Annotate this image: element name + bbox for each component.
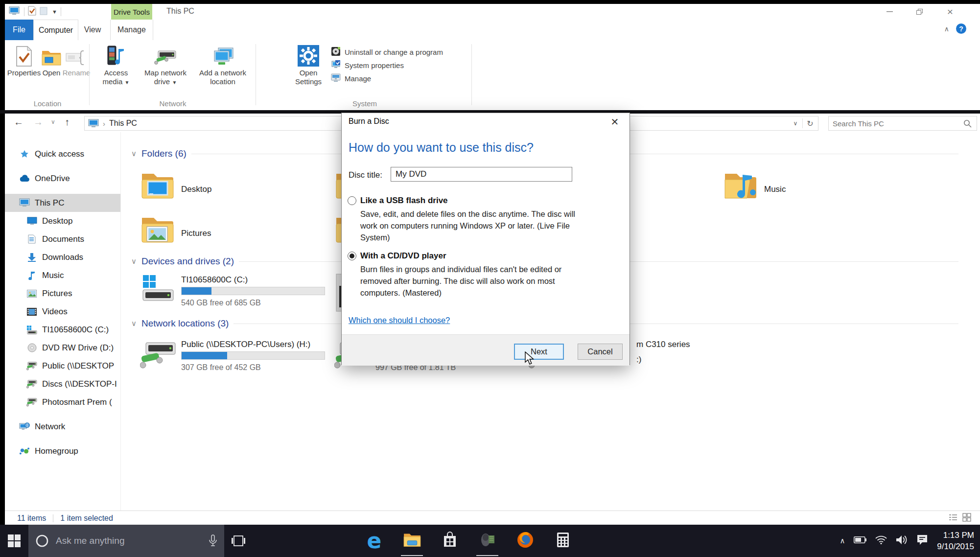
open-button[interactable]: Open — [40, 44, 63, 77]
music-folder-icon — [723, 170, 758, 202]
which-one-link[interactable]: Which one should I choose? — [349, 316, 450, 325]
collapse-chevron-icon[interactable]: ∨ — [131, 257, 137, 266]
next-button[interactable]: Next — [514, 344, 564, 360]
search-icon[interactable] — [963, 119, 972, 128]
start-button[interactable] — [0, 525, 28, 557]
taskbar-app-button[interactable] — [468, 525, 506, 557]
collapse-chevron-icon[interactable]: ∨ — [131, 149, 137, 158]
wifi-icon[interactable] — [875, 535, 887, 546]
properties-button[interactable]: Properties — [9, 44, 39, 77]
taskbar-edge-button[interactable]: e — [355, 525, 393, 557]
search-input[interactable] — [829, 119, 963, 128]
map-network-drive-button[interactable]: Map network drive ▼ — [138, 44, 193, 87]
tab-manage[interactable]: Manage — [110, 20, 153, 40]
breadcrumb[interactable]: This PC — [109, 119, 137, 128]
radio-cd-label[interactable]: With a CD/DVD player — [360, 251, 446, 261]
sidebar-item-discs-share[interactable]: Discs (\\DESKTOP-I — [5, 375, 120, 393]
ribbon-corner-controls: ∧ ? — [944, 23, 966, 34]
collapse-chevron-icon[interactable]: ∨ — [131, 319, 137, 328]
cancel-button[interactable]: Cancel — [578, 344, 623, 360]
rename-button[interactable]: Rename — [64, 44, 89, 77]
large-icons-view-icon[interactable] — [962, 513, 971, 524]
sidebar-item-pictures[interactable]: Pictures — [5, 284, 120, 302]
recent-locations-arrow[interactable]: ∨ — [51, 118, 55, 125]
radio-cd-dvd-player[interactable] — [348, 252, 356, 260]
tile-capacity: 307 GB free of 452 GB — [181, 363, 261, 372]
taskbar-store-button[interactable] — [431, 525, 468, 557]
pictures-icon — [26, 289, 38, 299]
sidebar-item-quick-access[interactable]: Quick access — [5, 145, 120, 163]
microphone-icon[interactable] — [209, 534, 217, 547]
context-tab-drive-tools[interactable]: Drive Tools — [111, 4, 152, 20]
sidebar-item-videos[interactable]: Videos — [5, 302, 120, 321]
tab-view[interactable]: View — [77, 20, 108, 40]
tab-computer[interactable]: Computer — [33, 20, 78, 41]
dialog-footer: Next Cancel — [342, 334, 630, 366]
qat-new-folder-icon[interactable] — [40, 6, 48, 17]
up-button[interactable]: ↑ — [65, 116, 70, 128]
sidebar-item-public-share[interactable]: Public (\\DESKTOP — [5, 357, 120, 375]
qat-customize-arrow-icon[interactable]: ▼ — [52, 9, 57, 15]
sidebar-item-downloads[interactable]: Downloads — [5, 248, 120, 266]
sidebar-label: Downloads — [42, 253, 83, 262]
address-dropdown-icon[interactable]: ∨ — [789, 120, 802, 127]
folder-tile-desktop[interactable]: Desktop — [140, 169, 328, 211]
network-drive-icon — [140, 338, 177, 372]
action-center-icon[interactable] — [916, 534, 928, 548]
drive-tile-c[interactable]: TI10658600C (C:) 540 GB free of 685 GB — [140, 272, 328, 314]
radio-usb-label[interactable]: Like a USB flash drive — [360, 196, 448, 206]
task-view-button[interactable] — [224, 525, 253, 557]
sidebar-item-music[interactable]: Music — [5, 266, 120, 284]
tray-expand-chevron-icon[interactable]: ∧ — [840, 536, 845, 545]
search-box[interactable] — [828, 116, 977, 131]
restore-button[interactable] — [905, 4, 935, 20]
sidebar-item-network[interactable]: Network — [5, 418, 120, 436]
uninstall-program-button[interactable]: Uninstall or change a program — [331, 46, 443, 58]
folder-tile-pictures[interactable]: Pictures — [140, 213, 328, 255]
back-button[interactable]: ← — [14, 116, 23, 128]
disc-title-input[interactable] — [391, 167, 572, 182]
sidebar-item-homegroup[interactable]: Homegroup — [5, 442, 120, 460]
network-tile-public[interactable]: Public (\\DESKTOP-PC\Users) (H:) 307 GB … — [140, 337, 328, 379]
open-settings-button[interactable]: Open Settings — [289, 44, 328, 86]
dialog-close-button[interactable]: ✕ — [605, 115, 625, 129]
system-menu-icon[interactable] — [9, 6, 21, 18]
sidebar-item-documents[interactable]: Documents — [5, 230, 120, 248]
taskbar-clock[interactable]: 1:13 PM 9/10/2015 — [937, 530, 974, 552]
access-media-button[interactable]: Access media ▼ — [95, 44, 137, 87]
ribbon-group-network: Access media ▼ Map network drive ▼ — [93, 40, 253, 110]
tab-file[interactable]: File — [5, 20, 33, 40]
taskbar-calculator-button[interactable] — [544, 525, 582, 557]
cortana-search-box[interactable]: Ask me anything — [28, 525, 224, 557]
minimize-button[interactable] — [874, 4, 905, 20]
sidebar-item-onedrive[interactable]: OneDrive — [5, 169, 120, 187]
system-properties-button[interactable]: System properties — [331, 59, 404, 71]
burn-a-disc-dialog: Burn a Disc ✕ How do you want to use thi… — [341, 113, 630, 365]
help-icon[interactable]: ? — [956, 23, 966, 34]
qat-properties-icon[interactable] — [28, 6, 36, 18]
minimize-ribbon-icon[interactable]: ∧ — [944, 25, 949, 33]
sidebar-item-dvd-drive[interactable]: DVD RW Drive (D:) — [5, 339, 120, 357]
sidebar-item-this-pc[interactable]: This PC — [5, 194, 120, 212]
folder-tile-music[interactable]: Music — [723, 169, 911, 211]
sidebar-item-photosmart-share[interactable]: Photosmart Prem ( — [5, 393, 120, 411]
access-media-icon — [106, 44, 126, 67]
add-network-location-button[interactable]: Add a network location — [194, 44, 252, 86]
taskbar-file-explorer-button[interactable] — [393, 525, 431, 557]
sidebar-item-desktop[interactable]: Desktop — [5, 212, 120, 230]
sidebar-label: Desktop — [42, 216, 72, 226]
taskbar-firefox-button[interactable] — [506, 525, 544, 557]
sidebar-label: Music — [42, 271, 64, 280]
radio-cd-description: Burn files in groups and individual file… — [360, 263, 590, 299]
sidebar-item-local-disk-c[interactable]: TI10658600C (C:) — [5, 321, 120, 339]
radio-usb-flash-drive[interactable] — [348, 196, 356, 205]
sidebar-label: Public (\\DESKTOP — [42, 361, 114, 371]
sidebar-label: Discs (\\DESKTOP-I — [42, 379, 117, 389]
manage-button[interactable]: Manage — [331, 72, 371, 84]
forward-button[interactable]: → — [33, 116, 43, 128]
close-button[interactable]: × — [935, 4, 965, 20]
details-view-icon[interactable] — [949, 513, 957, 524]
battery-icon[interactable] — [854, 536, 866, 545]
refresh-icon[interactable]: ↻ — [803, 119, 817, 128]
volume-icon[interactable] — [896, 535, 908, 547]
